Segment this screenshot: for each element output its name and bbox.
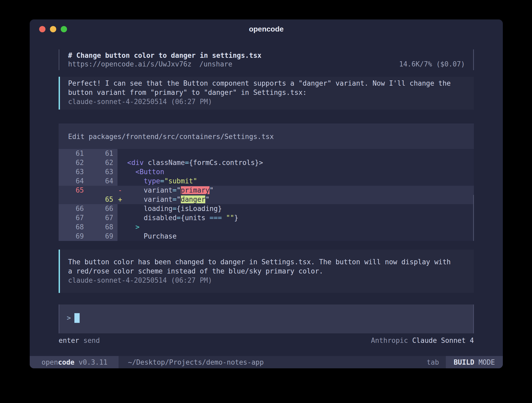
- code-token: <Button: [135, 168, 164, 176]
- edit-tool-panel: Edit packages/frontend/src/containers/Se…: [59, 123, 474, 241]
- code-token: loading: [144, 205, 173, 213]
- code-token: "": [226, 214, 234, 222]
- code-token: type: [144, 177, 160, 185]
- diff-code-line: variant="primary": [124, 186, 474, 195]
- message-model-meta: claude-sonnet-4-20250514 (06:27 PM): [68, 276, 474, 285]
- diff-code-line: loading={isLoading}: [124, 204, 474, 213]
- diff-gutter: 6262: [59, 158, 117, 167]
- code-token: [127, 195, 144, 203]
- old-line-number: [59, 195, 88, 204]
- message-text-line: Perfect! I can see that the Button compo…: [68, 79, 474, 88]
- old-line-number: 63: [59, 167, 88, 177]
- message-model-meta: claude-sonnet-4-20250514 (06:27 PM): [68, 97, 474, 106]
- enter-key-hint: enter: [59, 337, 79, 344]
- old-line-number: 64: [59, 177, 88, 186]
- diff-gutter: 65: [59, 186, 117, 195]
- code-token: =: [177, 214, 181, 222]
- new-line-number: 65: [88, 195, 117, 204]
- share-url[interactable]: https://opencode.ai/s/UwJxv76z: [68, 60, 192, 68]
- diff-change-marker: -: [117, 186, 124, 195]
- code-token: ": [177, 186, 181, 194]
- diff-change-marker: [117, 177, 124, 186]
- unshare-command[interactable]: /unshare: [200, 60, 232, 68]
- input-scrollbar: [473, 304, 474, 333]
- window-title: opencode: [249, 25, 284, 33]
- old-line-number: 68: [59, 223, 88, 232]
- provider-name: Anthropic: [371, 337, 408, 344]
- mode-segment[interactable]: BUILDMODE: [446, 356, 503, 368]
- code-token: [144, 159, 148, 167]
- header-scrollbar: [473, 49, 474, 70]
- code-token: [127, 223, 135, 231]
- code-token: }: [234, 214, 238, 222]
- code-token: disabled: [144, 214, 177, 222]
- diff-rows: 61616262<div className={formCs.controls}…: [59, 149, 474, 241]
- prompt-input[interactable]: >: [59, 304, 474, 333]
- diff-scrollbar[interactable]: [473, 195, 474, 241]
- old-line-number: 67: [59, 213, 88, 223]
- old-line-number: 62: [59, 158, 88, 167]
- code-token: [127, 186, 144, 194]
- hint-row: entersend AnthropicClaude Sonnet 4: [59, 336, 474, 345]
- token-usage: 14.6K/7% ($0.07): [399, 60, 474, 69]
- code-token: variant: [144, 186, 173, 194]
- diff-row: 6969 Purchase: [59, 232, 474, 241]
- model-indicator: AnthropicClaude Sonnet 4: [371, 336, 474, 345]
- new-line-number: 63: [88, 167, 117, 177]
- code-token: variant: [144, 195, 173, 203]
- app-name-bold: code: [58, 358, 75, 366]
- prompt-row: >: [67, 313, 474, 323]
- code-token: =: [172, 195, 177, 203]
- code-token: =: [185, 159, 189, 167]
- message-text-line: a red/rose color scheme instead of the b…: [68, 267, 474, 276]
- status-bar: opencodev0.3.11 ~/Desktop/Projects/demo-…: [30, 356, 503, 368]
- code-token: primary: [181, 186, 210, 194]
- app-version-segment: opencodev0.3.11: [30, 356, 119, 368]
- new-line-number: 66: [88, 204, 117, 213]
- diff-code-line: type="submit": [124, 177, 474, 186]
- diff-gutter: 6969: [59, 232, 117, 241]
- share-info: https://opencode.ai/s/UwJxv76z/unshare: [68, 60, 232, 69]
- working-directory: ~/Desktop/Projects/demo-notes-app: [128, 356, 264, 368]
- diff-gutter: 6464: [59, 177, 117, 186]
- code-token: >: [135, 223, 140, 231]
- diff-code-line: >: [124, 223, 474, 232]
- edit-file-path: packages/frontend/src/containers/Setting…: [89, 133, 274, 141]
- diff-change-marker: [117, 223, 124, 232]
- assistant-message: The button color has been changed to dan…: [59, 250, 474, 293]
- edit-tool-header: Edit packages/frontend/src/containers/Se…: [59, 123, 474, 149]
- diff-row: 6464 type="submit": [59, 177, 474, 186]
- diff-gutter: 6767: [59, 213, 117, 223]
- code-token: className: [148, 159, 185, 167]
- statusbar-spacer: [264, 356, 427, 368]
- code-token: [127, 205, 144, 213]
- minimize-button[interactable]: [50, 26, 56, 32]
- code-token: ": [205, 195, 209, 203]
- code-token: [127, 177, 144, 185]
- code-token: {isLoading}: [177, 205, 222, 213]
- message-text-line: The button color has been changed to dan…: [68, 257, 474, 267]
- code-token: <div: [127, 159, 144, 167]
- close-button[interactable]: [39, 26, 45, 32]
- tab-key-hint: tab: [427, 356, 439, 368]
- diff-gutter: 65: [59, 195, 117, 204]
- assistant-message: Perfect! I can see that the Button compo…: [59, 77, 474, 110]
- session-header: # Change button color to danger in setti…: [59, 49, 474, 70]
- new-line-number: 68: [88, 223, 117, 232]
- diff-row: 6262<div className={formCs.controls}>: [59, 158, 474, 167]
- text-cursor: [74, 313, 80, 323]
- diff-row: 65+ variant="danger": [59, 195, 474, 204]
- code-token: =: [172, 186, 177, 194]
- diff-change-marker: +: [117, 195, 124, 204]
- old-line-number: 61: [59, 149, 88, 158]
- diff-code-line: <Button: [124, 167, 474, 177]
- new-line-number: 69: [88, 232, 117, 241]
- diff-gutter: 6666: [59, 204, 117, 213]
- app-version: v0.3.11: [79, 358, 108, 366]
- diff-code-line: disabled={units === ""}: [124, 213, 474, 223]
- zoom-button[interactable]: [61, 26, 67, 32]
- code-token: [127, 168, 135, 176]
- code-token: {units: [181, 214, 210, 222]
- code-token: ": [177, 195, 181, 203]
- opencode-window: opencode # Change button color to danger…: [30, 19, 503, 368]
